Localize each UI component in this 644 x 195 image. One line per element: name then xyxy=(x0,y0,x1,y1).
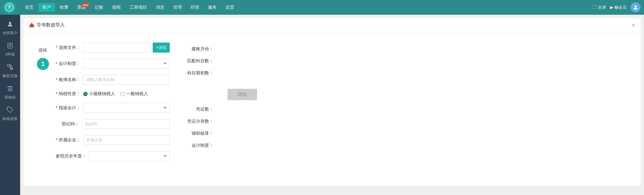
form-fields: * 选择文件： +浏览 * 会计制度： xyxy=(56,43,170,161)
ledger-name-row: * 账簿名称： xyxy=(56,75,170,85)
panel-header: 📥 导爷数据导入 × xyxy=(23,18,641,32)
info-panel: 建账月份： 匹配科目数： 科目期初数： 建账 xyxy=(183,43,257,161)
nav-item-home[interactable]: 首页 xyxy=(21,3,38,12)
sidebar-item-recycle[interactable]: 回收站 xyxy=(0,82,20,103)
vip-icon: ▶ xyxy=(610,5,613,10)
tax-type-label: * 纳税性质： xyxy=(56,91,81,97)
import-icon: 📥 xyxy=(29,22,35,28)
subject-init-label: 科目期初数： xyxy=(183,70,213,76)
recycle-icon xyxy=(7,85,13,93)
general-taxpayer-option[interactable]: 一般纳税人 xyxy=(120,91,148,97)
avatar[interactable] xyxy=(631,2,641,12)
ref-year-row: 参照历史年度： xyxy=(56,151,170,161)
memo-input[interactable] xyxy=(82,119,170,129)
migration-icon xyxy=(7,64,13,72)
nav-item-message[interactable]: 消息 xyxy=(152,3,168,12)
sidebar: 全部客户 0申报 账套迁移 回收站 标签设置 xyxy=(0,15,20,195)
company-row: * 所属企业： xyxy=(56,135,170,145)
company-label: * 所属企业： xyxy=(56,137,81,143)
nav-item-invoice[interactable]: 票据 new xyxy=(73,3,90,12)
main-layout: 全部客户 0申报 账套迁移 回收站 标签设置 xyxy=(0,15,644,195)
info-accounting-system-label: 会计制度： xyxy=(183,142,213,148)
svg-rect-7 xyxy=(8,65,10,67)
general-taxpayer-radio[interactable] xyxy=(120,92,125,96)
subject-init-row: 科目期初数： xyxy=(183,70,257,76)
build-button[interactable]: 建账 xyxy=(228,89,257,100)
ref-year-select[interactable] xyxy=(89,151,170,161)
sidebar-label-tag-settings: 标签设置 xyxy=(3,116,17,121)
browse-button[interactable]: +浏览 xyxy=(153,43,170,53)
accounting-system-label: * 会计制度： xyxy=(56,61,81,67)
voucher-count-label: 凭证数： xyxy=(183,106,213,112)
nav-item-tax[interactable]: 报税 xyxy=(108,3,125,12)
voucher-entry-row: 凭证分录数： xyxy=(183,118,257,124)
customers-icon xyxy=(7,21,13,29)
svg-point-1 xyxy=(635,5,637,7)
sidebar-item-tag-settings[interactable]: 标签设置 xyxy=(0,103,20,125)
fullscreen-icon: ⛶ xyxy=(593,5,597,10)
tax-radio-group: 小规模纳税人 一般纳税人 xyxy=(83,91,148,97)
nav-right: ⛶ 全屏 ▶ 畅会员 xyxy=(593,2,641,12)
nav-item-settings[interactable]: 设置 xyxy=(221,3,238,12)
file-label: * 选择文件： xyxy=(56,45,81,51)
logo[interactable] xyxy=(3,1,15,13)
file-input[interactable] xyxy=(83,43,151,53)
vip-button[interactable]: ▶ 畅会员 xyxy=(610,5,627,10)
info-accounting-system-row: 会计制度： xyxy=(183,142,257,148)
fullscreen-button[interactable]: ⛶ 全屏 xyxy=(593,5,606,10)
sidebar-item-zero-report[interactable]: 0申报 xyxy=(0,39,20,60)
sidebar-item-all-customers[interactable]: 全部客户 xyxy=(0,17,20,39)
new-badge: new xyxy=(82,3,89,7)
sidebar-label-account-migration: 账套迁移 xyxy=(3,73,17,78)
nav-item-operation[interactable]: 经营 xyxy=(187,3,203,12)
accountant-select[interactable] xyxy=(83,103,170,113)
sidebar-label-zero-report: 0申报 xyxy=(5,52,15,57)
small-taxpayer-option[interactable]: 小规模纳税人 xyxy=(83,91,115,97)
sidebar-label-all-customers: 全部客户 xyxy=(3,30,17,36)
aux-calc-row: 辅助核算： xyxy=(183,130,257,136)
tax-type-row: * 纳税性质： 小规模纳税人 一般纳税人 xyxy=(56,91,170,97)
ledger-name-input[interactable] xyxy=(83,75,170,85)
small-taxpayer-radio[interactable] xyxy=(83,92,88,96)
voucher-entry-label: 凭证分录数： xyxy=(183,118,213,124)
nav-item-service[interactable]: 服务 xyxy=(204,3,221,12)
svg-point-2 xyxy=(9,22,11,24)
match-subjects-row: 匹配科目数： xyxy=(183,58,257,64)
memo-label: 助记码： xyxy=(56,121,79,127)
nav-item-fee[interactable]: 收费 xyxy=(56,3,72,12)
content-area: 📥 导爷数据导入 × 建账 1 * 选择文件： xyxy=(20,15,644,195)
accounting-system-select[interactable] xyxy=(83,59,170,69)
accountant-row: * 指派会计： xyxy=(56,103,170,113)
nav-item-customer[interactable]: 客户 xyxy=(38,3,55,12)
memo-row: 助记码： xyxy=(56,119,170,129)
voucher-count-row: 凭证数： xyxy=(183,106,257,112)
nav-item-bookkeeping[interactable]: 记账 xyxy=(91,3,107,12)
build-month-label: 建账月份： xyxy=(183,46,213,52)
nav-items: 首页 客户 收费 票据 new 记账 报税 工商项目 消息 管理 经营 服务 设… xyxy=(21,3,593,12)
top-nav: 首页 客户 收费 票据 new 记账 报税 工商项目 消息 管理 经营 服务 设… xyxy=(0,0,644,15)
file-input-group: +浏览 xyxy=(83,43,170,53)
ledger-name-label: * 账簿名称： xyxy=(56,77,81,83)
close-button[interactable]: × xyxy=(632,22,635,28)
nav-item-manage[interactable]: 管理 xyxy=(169,3,186,12)
match-subjects-label: 匹配科目数： xyxy=(183,58,213,64)
step-label: 建账 xyxy=(39,44,47,53)
accounting-system-row: * 会计制度： xyxy=(56,59,170,69)
ref-year-label: 参照历史年度： xyxy=(56,153,86,159)
sidebar-label-recycle: 回收站 xyxy=(5,95,16,100)
import-panel: 📥 导爷数据导入 × 建账 1 * 选择文件： xyxy=(23,18,641,186)
zero-report-icon xyxy=(7,42,13,51)
form-container: 建账 1 * 选择文件： +浏览 xyxy=(23,32,641,171)
build-month-row: 建账月份： xyxy=(183,46,257,52)
accountant-label: * 指派会计： xyxy=(56,105,81,111)
form-left: 建账 1 * 选择文件： +浏览 xyxy=(37,43,170,161)
panel-title: 📥 导爷数据导入 xyxy=(29,22,65,28)
nav-item-business[interactable]: 工商项目 xyxy=(126,3,151,12)
company-input[interactable] xyxy=(83,135,170,145)
step-badge: 1 xyxy=(37,58,49,70)
aux-calc-label: 辅助核算： xyxy=(183,130,213,136)
file-row: * 选择文件： +浏览 xyxy=(56,43,170,53)
sidebar-item-account-migration[interactable]: 账套迁移 xyxy=(0,60,20,82)
tag-icon xyxy=(7,107,13,115)
